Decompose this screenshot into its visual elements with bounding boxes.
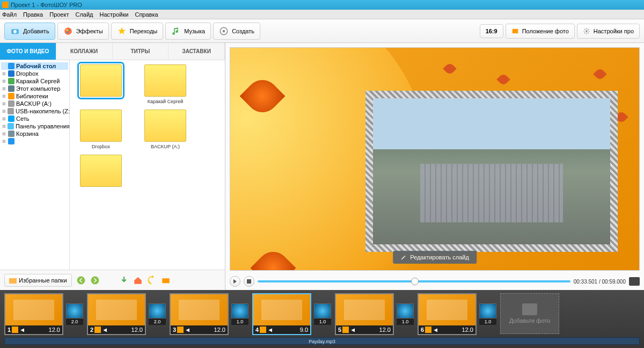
tree-item[interactable]: Рабочий стол	[1, 62, 68, 70]
gear-disc-icon	[219, 26, 229, 36]
tree-item[interactable]: ⊞Этот компьютер	[1, 85, 68, 92]
svg-point-3	[66, 29, 68, 31]
tab-photo-video[interactable]: ФОТО И ВИДЕО	[0, 43, 56, 60]
folder-item[interactable]	[74, 64, 128, 104]
palette-icon	[63, 26, 73, 36]
svg-rect-13	[162, 278, 170, 283]
transition[interactable]: 1.0	[313, 303, 332, 325]
edit-icon	[260, 327, 266, 333]
download-icon[interactable]	[119, 276, 129, 285]
svg-point-1	[13, 30, 17, 33]
seek-track[interactable]	[258, 280, 570, 282]
svg-point-7	[223, 30, 225, 32]
transition[interactable]: 1.0	[396, 303, 414, 325]
transition[interactable]: 1.0	[479, 303, 497, 325]
refresh-icon[interactable]	[147, 276, 157, 285]
svg-rect-10	[9, 278, 17, 284]
edit-icon	[177, 327, 184, 333]
menubar: Файл Правка Проект Слайд Настройки Справ…	[0, 10, 644, 19]
tree-item[interactable]: ⊞Панель управления	[1, 122, 68, 130]
stop-icon	[247, 279, 251, 284]
tree-item[interactable]: ⊞	[1, 137, 68, 145]
tree-item[interactable]: ⊞BACKUP (A:)	[1, 100, 68, 107]
menu-project[interactable]: Проект	[49, 11, 69, 18]
slide-thumb[interactable]: 3◄12.0	[170, 293, 229, 335]
slide-thumb[interactable]: 4◄9.0	[252, 293, 311, 335]
image-icon	[511, 27, 519, 35]
menu-settings[interactable]: Настройки	[100, 11, 129, 18]
tree-item[interactable]: ⊞Корзина	[1, 130, 68, 137]
window-title: Проект 1 - ФотоШОУ PRO	[11, 2, 82, 8]
folder-item[interactable]: Каракай Сергей	[138, 64, 192, 104]
svg-rect-14	[247, 279, 251, 284]
folder-item[interactable]: BACKUP (A:)	[138, 110, 192, 149]
photo-content	[373, 98, 610, 244]
edit-icon	[12, 327, 18, 333]
edit-icon	[425, 327, 431, 333]
tab-titles[interactable]: ТИТРЫ	[113, 43, 169, 60]
audio-track[interactable]: Payday.mp3	[4, 337, 640, 345]
folder-tree: Рабочий стол⊞Dropbox⊞Каракай Сергей⊞Этот…	[0, 60, 70, 270]
snapshot-button[interactable]	[629, 277, 640, 286]
folder-item[interactable]: Dropbox	[74, 110, 128, 149]
slide-thumb[interactable]: 5◄12.0	[335, 293, 394, 335]
favorite-folders-button[interactable]: Избранные папки	[4, 274, 72, 287]
menu-slide[interactable]: Слайд	[75, 11, 93, 18]
play-button[interactable]	[230, 276, 240, 287]
svg-rect-8	[512, 28, 518, 33]
sound-icon: ◄	[102, 327, 108, 333]
tab-intros[interactable]: ЗАСТАВКИ	[169, 43, 225, 60]
photo-frame[interactable]	[365, 91, 618, 252]
transition[interactable]: 2.0	[65, 303, 84, 325]
edit-slide-button[interactable]: Редактировать слайд	[393, 251, 477, 264]
add-button[interactable]: Добавить	[4, 23, 55, 40]
transition[interactable]: 1.0	[231, 303, 249, 325]
aspect-ratio-button[interactable]: 16:9	[480, 24, 503, 38]
slide-thumb[interactable]: 6◄12.0	[418, 293, 477, 335]
app-icon	[2, 2, 9, 8]
tree-item[interactable]: ⊞Библиотеки	[1, 92, 68, 100]
music-button[interactable]: Музыка	[165, 23, 211, 40]
tab-collages[interactable]: КОЛЛАЖИ	[56, 43, 113, 60]
tree-item[interactable]: ⊞Dropbox	[1, 70, 68, 77]
add-slide-button[interactable]: Добавьте фото	[500, 293, 559, 334]
stop-button[interactable]	[244, 276, 254, 287]
toolbar: Добавить Эффекты Переходы Музыка Создать…	[0, 19, 644, 43]
edit-icon	[94, 327, 101, 333]
sound-icon: ◄	[267, 327, 273, 333]
leaf-decoration	[251, 245, 296, 271]
transitions-button[interactable]: Переходы	[111, 23, 164, 40]
preview-canvas: Редактировать слайд	[230, 47, 640, 271]
sound-icon: ◄	[433, 327, 438, 333]
slides-row: 1◄12.0 2.0 2◄12.0 2.0 3◄12.0 1.0 4◄9.0 1…	[4, 293, 640, 335]
home-icon[interactable]	[133, 276, 143, 285]
folder-small-icon[interactable]	[161, 276, 171, 285]
seek-knob[interactable]	[411, 278, 419, 285]
forward-icon[interactable]	[90, 276, 100, 285]
transition[interactable]: 2.0	[148, 303, 166, 325]
menu-help[interactable]: Справка	[135, 11, 158, 18]
tree-item[interactable]: ⊞USB-накопитель (Z:)	[1, 107, 68, 115]
menu-file[interactable]: Файл	[2, 11, 17, 18]
create-button[interactable]: Создать	[213, 23, 260, 40]
left-tabs: ФОТО И ВИДЕО КОЛЛАЖИ ТИТРЫ ЗАСТАВКИ	[0, 43, 225, 60]
tree-item[interactable]: ⊞Сеть	[1, 115, 68, 122]
sound-icon: ◄	[350, 327, 356, 333]
sound-icon: ◄	[185, 327, 191, 333]
tree-item[interactable]: ⊞Каракай Сергей	[1, 77, 68, 85]
svg-point-4	[68, 30, 70, 31]
leaf-decoration	[496, 73, 510, 86]
folder-item[interactable]	[74, 155, 128, 194]
back-icon[interactable]	[76, 276, 86, 285]
photo-position-button[interactable]: Положение фото	[506, 24, 575, 39]
leaf-decoration	[443, 62, 456, 75]
edit-icon	[342, 327, 349, 333]
gear-icon	[583, 27, 590, 35]
slide-thumb[interactable]: 2◄12.0	[87, 293, 146, 335]
slide-thumb[interactable]: 1◄12.0	[4, 293, 63, 335]
slide-settings-button[interactable]: Настройки про	[577, 24, 640, 39]
effects-button[interactable]: Эффекты	[57, 23, 109, 40]
leaf-decoration	[593, 67, 606, 81]
svg-point-2	[64, 27, 72, 35]
menu-edit[interactable]: Правка	[23, 11, 43, 18]
